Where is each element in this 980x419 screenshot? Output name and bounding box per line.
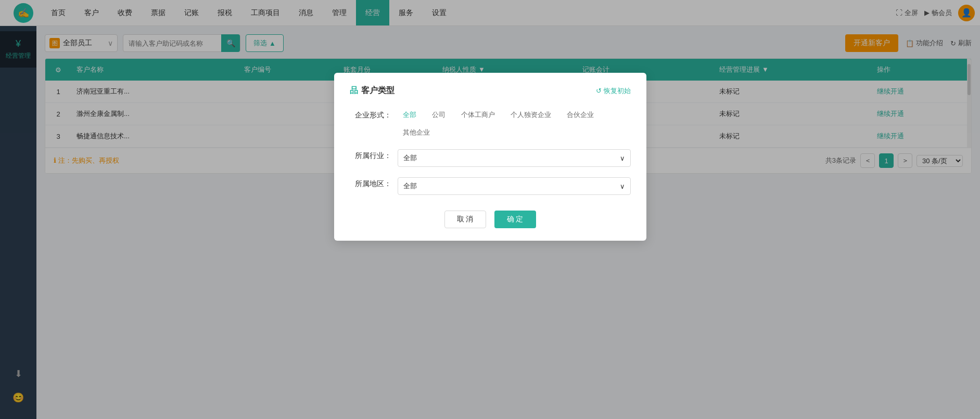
confirm-button[interactable]: 确 定 <box>494 211 536 228</box>
industry-label: 所属行业： <box>350 149 391 161</box>
region-row: 所属地区： 全部 ∨ <box>350 177 631 195</box>
enterprise-options: 全部公司个体工商户个人独资企业合伙企业其他企业 <box>398 109 631 139</box>
enterprise-option-其他企业[interactable]: 其他企业 <box>398 126 435 139</box>
modal-footer: 取 消 确 定 <box>350 211 631 228</box>
enterprise-form-row: 企业形式： 全部公司个体工商户个人独资企业合伙企业其他企业 <box>350 109 631 139</box>
filter-modal: 品 客户类型 ↺ 恢复初始 企业形式： 全部公司个体工商户个人独资企业合伙企业其… <box>334 73 646 241</box>
modal-title-icon: 品 <box>350 85 358 96</box>
enterprise-option-合伙企业[interactable]: 合伙企业 <box>562 109 599 121</box>
enterprise-option-全部[interactable]: 全部 <box>398 109 422 121</box>
enterprise-option-个人独资企业[interactable]: 个人独资企业 <box>505 109 556 121</box>
cancel-button[interactable]: 取 消 <box>444 211 486 228</box>
chevron-down-icon2: ∨ <box>620 182 625 190</box>
reset-button[interactable]: ↺ 恢复初始 <box>596 86 631 96</box>
chevron-down-icon: ∨ <box>620 154 625 162</box>
enterprise-form-label: 企业形式： <box>350 109 391 120</box>
industry-select[interactable]: 全部 ∨ <box>398 149 631 167</box>
reset-icon: ↺ <box>596 87 602 95</box>
region-label: 所属地区： <box>350 177 391 189</box>
enterprise-option-公司[interactable]: 公司 <box>427 109 451 121</box>
industry-select-wrap: 全部 ∨ <box>398 149 631 167</box>
region-select-wrap: 全部 ∨ <box>398 177 631 195</box>
modal-title-row: 品 客户类型 ↺ 恢复初始 <box>350 85 631 96</box>
modal-title: 品 客户类型 <box>350 85 394 96</box>
enterprise-option-个体工商户[interactable]: 个体工商户 <box>456 109 500 121</box>
modal-overlay: 品 客户类型 ↺ 恢复初始 企业形式： 全部公司个体工商户个人独资企业合伙企业其… <box>0 0 980 419</box>
region-select[interactable]: 全部 ∨ <box>398 177 631 195</box>
industry-row: 所属行业： 全部 ∨ <box>350 149 631 167</box>
